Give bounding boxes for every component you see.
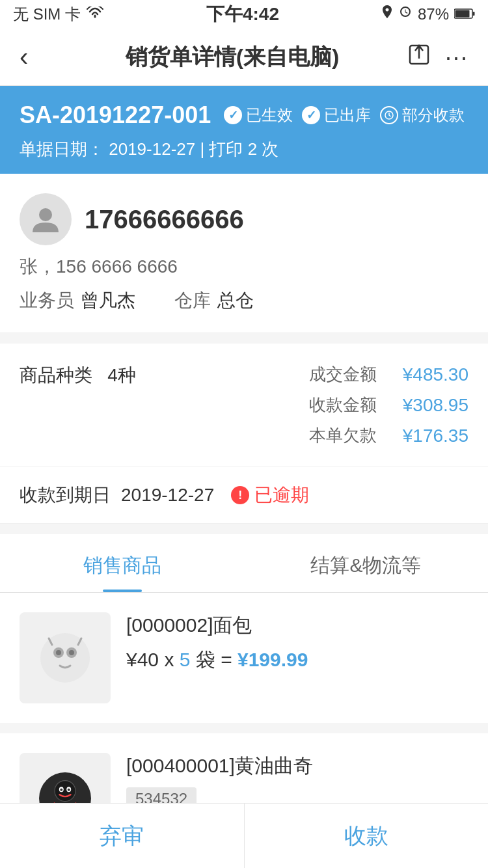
product-qty-1: 5	[180, 649, 191, 670]
product-price-1: ¥40 x 5 袋 = ¥199.99	[126, 647, 468, 673]
received-label: 收款金额	[309, 394, 377, 416]
amount-row: 成交金额 ¥485.30	[309, 363, 468, 386]
customer-section: 17666666666 张，156 6666 6666 业务员 曾凡杰 仓库 总…	[0, 174, 488, 333]
status-left: 无 SIM 卡	[13, 4, 104, 25]
status-shipped-label: 已出库	[324, 105, 371, 126]
warehouse-value: 总仓	[217, 288, 254, 313]
price-multiply-1: x	[164, 649, 179, 670]
product-total-1: ¥199.99	[237, 649, 308, 670]
svg-rect-1	[455, 10, 469, 18]
price-base-1: ¥40	[126, 649, 159, 670]
customer-meta: 业务员 曾凡杰 仓库 总仓	[20, 288, 468, 313]
svg-point-15	[60, 789, 62, 791]
share-icon[interactable]	[406, 42, 432, 72]
product-info-1: [0000002]面包 ¥40 x 5 袋 = ¥199.99	[126, 612, 468, 673]
back-button[interactable]: ‹	[20, 42, 59, 72]
product-types-label: 商品种类	[20, 365, 92, 385]
alarm-icon	[398, 5, 413, 23]
salesperson-value: 曾凡杰	[81, 288, 135, 313]
wifi-icon	[86, 5, 104, 23]
warehouse-meta: 仓库 总仓	[174, 288, 254, 313]
status-effective-label: 已生效	[246, 105, 293, 126]
due-section: 收款到期日 2019-12-27 ! 已逾期	[0, 467, 488, 524]
svg-point-9	[56, 650, 61, 655]
status-bar: 无 SIM 卡 下午4:42 87%	[0, 0, 488, 29]
owed-row: 本单欠款 ¥176.35	[309, 424, 468, 447]
overdue-icon: !	[231, 486, 249, 504]
order-banner: SA-20191227-001 ✓ 已生效 ✓ 已出库	[0, 86, 488, 174]
order-id: SA-20191227-001	[20, 102, 211, 129]
product-types-value: 4种	[107, 365, 136, 385]
customer-phone: 17666666666	[85, 205, 244, 234]
status-partial-label: 部分收款	[402, 105, 465, 126]
due-date-value: 2019-12-27	[121, 485, 214, 506]
nav-bar: ‹ 销货单详情(来自电脑) ···	[0, 29, 488, 86]
product-image-1	[20, 612, 111, 703]
svg-rect-2	[472, 12, 474, 16]
svg-point-6	[40, 633, 90, 683]
svg-point-10	[69, 650, 74, 655]
svg-point-5	[39, 208, 52, 221]
check-icon-2: ✓	[302, 106, 320, 124]
status-right: 87%	[381, 5, 475, 23]
battery-icon	[454, 5, 475, 23]
cancel-review-button[interactable]: 弃审	[0, 804, 245, 868]
product-item-1: [0000002]面包 ¥40 x 5 袋 = ¥199.99	[0, 593, 488, 723]
customer-name: 张，156 6666 6666	[20, 254, 468, 279]
date-value: 2019-12-27	[109, 139, 195, 159]
status-tag-shipped: ✓ 已出库	[302, 105, 371, 126]
overdue-text: 已逾期	[254, 483, 309, 508]
battery-text: 87%	[418, 5, 449, 23]
bottom-bar: 弃审 收款	[0, 803, 488, 868]
product-types: 商品种类 4种	[20, 363, 136, 388]
order-date: 单据日期： 2019-12-27 | 打印 2 次	[20, 138, 468, 161]
due-date-label: 收款到期日	[20, 483, 111, 508]
tab-settlement[interactable]: 结算&物流等	[244, 534, 488, 592]
product-name-1: [0000002]面包	[126, 612, 468, 639]
status-time: 下午4:42	[206, 2, 279, 27]
status-tag-effective: ✓ 已生效	[224, 105, 293, 126]
salesperson-label: 业务员	[20, 288, 74, 313]
clock-icon	[380, 106, 398, 124]
stats-right: 成交金额 ¥485.30 收款金额 ¥308.95 本单欠款 ¥176.35	[309, 363, 468, 447]
collect-payment-button[interactable]: 收款	[245, 804, 489, 868]
stats-section: 商品种类 4种 成交金额 ¥485.30 收款金额 ¥308.95 本单欠款 ¥…	[0, 344, 488, 467]
salesperson-meta: 业务员 曾凡杰	[20, 288, 135, 313]
tabs-container: 销售商品 结算&物流等	[0, 534, 488, 593]
owed-label: 本单欠款	[309, 424, 377, 447]
avatar	[20, 193, 72, 245]
divider-1	[0, 333, 488, 344]
svg-point-12	[55, 781, 75, 802]
check-icon-1: ✓	[224, 106, 242, 124]
status-tags: ✓ 已生效 ✓ 已出库 部分收款	[224, 105, 465, 126]
price-equals-1: =	[221, 649, 237, 670]
tab-products[interactable]: 销售商品	[0, 534, 244, 592]
date-label: 单据日期：	[20, 139, 104, 159]
location-icon	[381, 5, 393, 23]
overdue-badge: ! 已逾期	[231, 483, 309, 508]
received-row: 收款金额 ¥308.95	[309, 394, 468, 416]
amount-label: 成交金额	[309, 363, 377, 386]
print-info: | 打印 2 次	[200, 139, 278, 159]
carrier-label: 无 SIM 卡	[13, 4, 81, 25]
nav-actions: ···	[406, 42, 468, 72]
product-name-2: [000400001]黄油曲奇	[126, 753, 468, 780]
status-tag-partial: 部分收款	[380, 105, 465, 126]
warehouse-label: 仓库	[174, 288, 211, 313]
owed-value: ¥176.35	[403, 426, 468, 446]
more-icon[interactable]: ···	[445, 44, 468, 71]
svg-point-16	[68, 789, 70, 791]
received-value: ¥308.95	[403, 395, 468, 416]
product-unit-1: 袋	[196, 649, 215, 670]
amount-value: ¥485.30	[403, 364, 468, 385]
tabs: 销售商品 结算&物流等	[0, 534, 488, 592]
page-title: 销货单详情(来自电脑)	[59, 42, 406, 72]
